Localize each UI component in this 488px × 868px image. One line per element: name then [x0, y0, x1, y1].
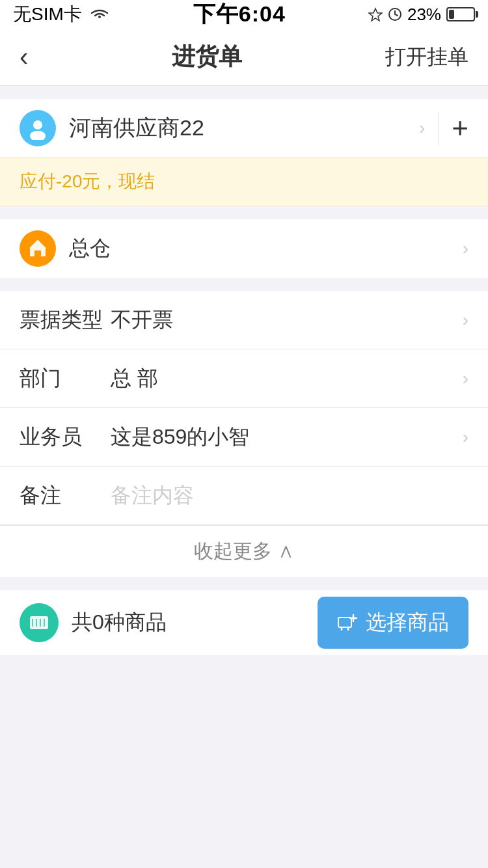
wifi-icon: [88, 7, 111, 22]
add-supplier-button[interactable]: +: [452, 114, 468, 142]
department-label: 部门: [20, 364, 111, 393]
page-title: 进货单: [172, 41, 242, 73]
remark-row[interactable]: 备注 备注内容: [0, 467, 488, 525]
remark-value: 备注内容: [111, 481, 468, 510]
product-bar: 共0种商品 选择商品: [0, 590, 488, 655]
section-gap-1: [0, 86, 488, 99]
department-chevron: ›: [463, 368, 468, 389]
supplier-row[interactable]: 河南供应商22 › +: [0, 99, 488, 157]
warehouse-name: 总仓: [69, 234, 463, 263]
product-count: 共0种商品: [72, 608, 318, 637]
invoice-type-value: 不开票: [111, 306, 463, 334]
salesperson-chevron: ›: [463, 427, 468, 448]
supplier-chevron: ›: [419, 118, 425, 139]
warehouse-row[interactable]: 总仓 ›: [0, 219, 488, 278]
status-time: 下午6:04: [193, 0, 286, 29]
select-product-label: 选择商品: [366, 608, 449, 637]
svg-rect-5: [338, 617, 351, 627]
status-left: 无SIM卡: [13, 2, 111, 27]
status-right: 23%: [368, 5, 475, 25]
person-icon: [26, 116, 49, 140]
back-button[interactable]: ‹: [20, 42, 28, 72]
house-svg: [27, 238, 48, 259]
invoice-type-row[interactable]: 票据类型 不开票 ›: [0, 291, 488, 349]
invoice-type-chevron: ›: [463, 310, 468, 331]
form-section: 票据类型 不开票 › 部门 总 部 › 业务员 这是859的小智 › 备注 备注…: [0, 291, 488, 577]
carrier-label: 无SIM卡: [13, 2, 82, 27]
svg-point-1: [33, 120, 42, 129]
section-gap-2: [0, 206, 488, 219]
collapse-label: 收起更多 ∧: [194, 538, 293, 565]
battery-percent: 23%: [407, 5, 441, 25]
supplier-divider: [438, 112, 439, 144]
salesperson-row[interactable]: 业务员 这是859的小智 ›: [0, 408, 488, 467]
warehouse-section: 总仓 ›: [0, 219, 488, 278]
department-value: 总 部: [111, 364, 463, 393]
location-icon: [368, 7, 383, 21]
clock-icon: [388, 7, 402, 21]
select-product-button[interactable]: 选择商品: [318, 597, 468, 649]
nav-bar: ‹ 进货单 打开挂单: [0, 29, 488, 86]
salesperson-value: 这是859的小智: [111, 423, 463, 452]
section-gap-3: [0, 278, 488, 291]
status-bar: 无SIM卡 下午6:04 23%: [0, 0, 488, 29]
warehouse-chevron: ›: [463, 238, 468, 259]
svg-rect-3: [34, 251, 41, 256]
invoice-type-label: 票据类型: [20, 306, 111, 334]
warehouse-icon: [20, 230, 56, 267]
cart-add-icon: [337, 612, 358, 633]
supplier-section: 河南供应商22 › + 应付-20元，现结: [0, 99, 488, 206]
supplier-name: 河南供应商22: [69, 113, 419, 143]
supplier-avatar: [20, 110, 56, 146]
notice-text: 应付-20元，现结: [20, 171, 155, 191]
notice-bar: 应付-20元，现结: [0, 157, 488, 206]
remark-label: 备注: [20, 481, 111, 510]
cart-icon: [27, 611, 51, 634]
collapse-button[interactable]: 收起更多 ∧: [0, 525, 488, 577]
product-icon: [20, 603, 59, 642]
svg-point-2: [30, 131, 46, 140]
salesperson-label: 业务员: [20, 423, 111, 452]
battery-fill: [449, 10, 454, 19]
battery-icon: [446, 7, 475, 21]
open-pending-button[interactable]: 打开挂单: [385, 43, 468, 72]
department-row[interactable]: 部门 总 部 ›: [0, 349, 488, 408]
